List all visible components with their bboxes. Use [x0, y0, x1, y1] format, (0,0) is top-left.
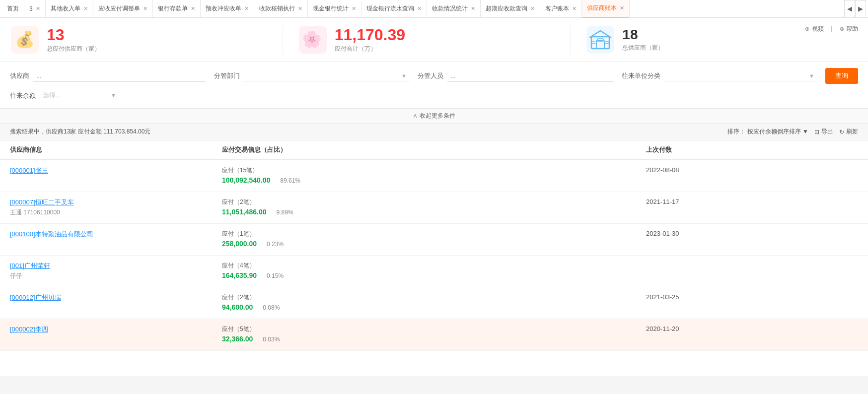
stat-block-payable-suppliers: 💰 13 总应付供应商（家）	[10, 25, 283, 55]
tx-amount-4[interactable]: 164,635.90	[222, 271, 257, 279]
nav-tab-cash-bank-stat[interactable]: 现金银行统计 ✕	[308, 0, 362, 18]
nav-tab-ap-adjust[interactable]: 应收应付调整单 ✕	[93, 0, 153, 18]
nav-tab-other-income-close[interactable]: ✕	[83, 5, 88, 12]
supplier-link-3[interactable]: [000100]本特勤油品有限公司	[10, 230, 222, 239]
nav-tab-customer-account[interactable]: 客户账本 ✕	[540, 0, 582, 18]
tx-cell-3: 应付（1笔） 258,000.00 0.23%	[222, 230, 646, 249]
video-btn[interactable]: ⊙ 视频	[805, 25, 823, 33]
tx-amount-2[interactable]: 11,051,486.00	[222, 208, 267, 216]
supplier-cell-1: [000001]张三	[10, 166, 222, 175]
total-suppliers-icon	[585, 25, 615, 55]
col-supplier-info: 供应商信息	[10, 145, 222, 154]
filter-department-select[interactable]: ▼	[244, 71, 410, 81]
svg-text:🌸: 🌸	[302, 30, 322, 49]
filter-category: 往来单位分类 ▼	[622, 71, 818, 81]
last-pay-2: 2021-11-17	[646, 198, 679, 205]
refresh-icon: ↻	[839, 129, 844, 135]
tx-amount-1[interactable]: 100,092,540.00	[222, 176, 270, 184]
filter-category-select[interactable]: ▼	[664, 71, 818, 81]
filter-section: 供应商 分管部门 ▼ 分管人员 往来单位分类 ▼	[0, 62, 868, 109]
filter-supplier-input[interactable]	[33, 70, 206, 82]
help-btn[interactable]: ⊙ 帮助	[840, 25, 858, 33]
nav-tab-ap-adjust-close[interactable]: ✕	[143, 5, 147, 12]
nav-tab-advance-check[interactable]: 预收冲应收单 ✕	[201, 0, 254, 18]
collapse-bar[interactable]: ∧ 收起更多条件	[0, 109, 868, 124]
nav-tab-bank-deposit[interactable]: 银行存款单 ✕	[153, 0, 201, 18]
query-button[interactable]: 查询	[825, 68, 858, 84]
nav-tab-cash-bank-query-close[interactable]: ✕	[417, 5, 422, 12]
collapse-label: 收起更多条件	[420, 112, 455, 119]
filter-balance-select[interactable]: 选择... ▼	[40, 89, 119, 102]
top-nav: 首页 3 ✕ 其他收入单 ✕ 应收应付调整单 ✕ 银行存款单 ✕ 预收冲应收单 …	[0, 0, 868, 18]
nav-tab-cash-bank-query[interactable]: 现金银行流水查询 ✕	[362, 0, 427, 18]
filter-department-chevron: ▼	[401, 73, 407, 79]
refresh-button[interactable]: ↻ 刷新	[839, 128, 858, 136]
table-container: 供应商信息 应付交易信息（占比） 上次付数 [000001]张三 应付（15笔）…	[0, 140, 868, 376]
nav-tab-other-income[interactable]: 其他收入单 ✕	[46, 0, 93, 18]
nav-tab-supplier-account[interactable]: 供应商账本 ✕	[582, 0, 630, 18]
tx-amount-5[interactable]: 94,600.00	[222, 303, 253, 311]
supplier-link-1[interactable]: [000001]张三	[10, 166, 222, 175]
tx-label-2: 应付（2笔）	[222, 198, 646, 206]
nav-tab-receipt-stat-close[interactable]: ✕	[471, 5, 475, 12]
collapse-icon: ∧	[413, 112, 418, 119]
supplier-link-5[interactable]: [000012]广州贝瑞	[10, 293, 222, 302]
table-row: [000100]本特勤油品有限公司 应付（1笔） 258,000.00 0.23…	[0, 224, 868, 256]
stats-header: 💰 13 总应付供应商（家） 🌸 11,170.39 应付合计（万）	[0, 18, 868, 62]
nav-tab-overdue-query[interactable]: 超期应收款查询 ✕	[481, 0, 540, 18]
supplier-cell-6: [000002]李四	[10, 325, 222, 334]
nav-tab-customer-account-close[interactable]: ✕	[572, 5, 577, 12]
filter-supplier-label: 供应商	[10, 71, 29, 80]
results-bar: 搜索结果中，供应商13家 应付金额 111,703,854.00元 排序： 按应…	[0, 124, 868, 140]
nav-tab-overdue-query-close[interactable]: ✕	[530, 5, 535, 12]
lastpay-cell-6: 2020-11-20	[646, 325, 858, 332]
tx-percent-1: 89.61%	[280, 177, 300, 184]
nav-tab-supplier-account-label: 供应商账本	[587, 4, 617, 12]
nav-tab-overdue-query-label: 超期应收款查询	[486, 4, 527, 13]
nav-tab-3[interactable]: 3 ✕	[24, 0, 46, 18]
nav-tab-cash-bank-stat-close[interactable]: ✕	[352, 5, 356, 12]
tx-label-1: 应付（15笔）	[222, 166, 646, 175]
supplier-link-2[interactable]: [000007]恒旺二手叉车	[10, 198, 222, 207]
filter-person-input[interactable]	[447, 70, 614, 82]
tx-amount-6[interactable]: 32,366.00	[222, 335, 253, 343]
filter-balance-chevron: ▼	[111, 92, 116, 98]
tx-amount-3[interactable]: 258,000.00	[222, 240, 257, 248]
table-row: [000002]李四 应付（5笔） 32,366.00 0.03% 2020-1…	[0, 319, 868, 351]
separator: ｜	[829, 25, 835, 33]
nav-tab-receipt-exec-label: 收款核销执行	[259, 4, 295, 13]
filter-category-label: 往来单位分类	[622, 71, 660, 80]
supplier-link-6[interactable]: [000002]李四	[10, 325, 222, 334]
supplier-link-4[interactable]: [001]广州荣轩	[10, 262, 222, 270]
nav-tab-supplier-account-close[interactable]: ✕	[620, 5, 624, 11]
filter-person: 分管人员	[418, 70, 614, 82]
tx-cell-2: 应付（2笔） 11,051,486.00 9.89%	[222, 198, 646, 217]
results-actions: 排序： 按应付余额倒序排序 ▼ ⊡ 导出 ↻ 刷新	[727, 128, 858, 136]
sort-value[interactable]: 按应付余额倒序排序	[747, 128, 801, 135]
filter-supplier: 供应商	[10, 70, 206, 82]
filter-balance: 往来余额 选择... ▼	[10, 89, 119, 102]
supplier-cell-4: [001]广州荣轩 仔仔	[10, 262, 222, 280]
nav-arrow-left[interactable]: ◀	[844, 0, 855, 18]
tx-row-1: 100,092,540.00 89.61%	[222, 175, 646, 186]
tx-cell-1: 应付（15笔） 100,092,540.00 89.61%	[222, 166, 646, 186]
nav-tab-receipt-exec-close[interactable]: ✕	[298, 5, 302, 12]
filter-balance-label: 往来余额	[10, 91, 36, 100]
export-button[interactable]: ⊡ 导出	[814, 128, 833, 136]
nav-tab-bank-deposit-close[interactable]: ✕	[191, 5, 195, 12]
nav-tab-receipt-exec[interactable]: 收款核销执行 ✕	[254, 0, 308, 18]
nav-arrow-right[interactable]: ▶	[855, 0, 866, 18]
payable-suppliers-icon: 💰	[10, 25, 40, 55]
nav-tab-advance-check-close[interactable]: ✕	[244, 5, 249, 12]
nav-tab-receipt-stat-label: 收款情况统计	[432, 4, 468, 13]
supplier-cell-3: [000100]本特勤油品有限公司	[10, 230, 222, 239]
filter-person-label: 分管人员	[418, 71, 443, 80]
tx-percent-4: 0.15%	[267, 272, 284, 279]
filter-row-2: 往来余额 选择... ▼	[10, 89, 858, 102]
nav-tab-receipt-stat[interactable]: 收款情况统计 ✕	[427, 0, 481, 18]
stat-payable-suppliers-number: 13	[47, 27, 100, 43]
filter-department-label: 分管部门	[214, 71, 240, 80]
nav-tab-home[interactable]: 首页	[2, 0, 24, 18]
nav-tab-3-close[interactable]: ✕	[36, 5, 40, 12]
filter-category-chevron: ▼	[809, 73, 814, 79]
